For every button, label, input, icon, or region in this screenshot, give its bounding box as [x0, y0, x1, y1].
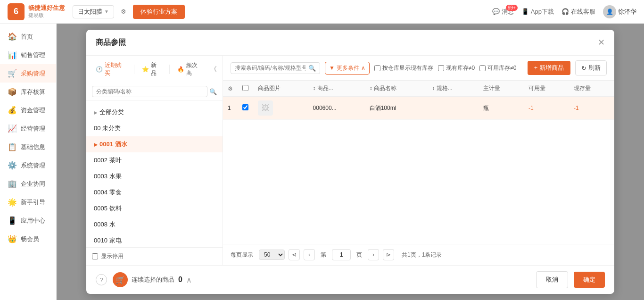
th-checkbox [238, 81, 253, 97]
checkbox-stock-input[interactable] [438, 65, 444, 71]
sidebar-item-system[interactable]: ⚙️ 系统管理 [0, 156, 56, 175]
refresh-button[interactable]: ↻ 刷新 [575, 60, 607, 75]
filter-button[interactable]: ▼ 更多条件 ∧ [325, 62, 370, 75]
cancel-button[interactable]: 取消 [536, 271, 568, 288]
cat-liquor[interactable]: ▶ 0001 酒水 [86, 136, 223, 152]
sidebar-item-home[interactable]: 🏠 首页 [0, 27, 56, 46]
message-icon: 💬 [492, 8, 500, 15]
category-search-input[interactable] [92, 86, 207, 97]
product-search-bar: 🔍 [231, 62, 320, 74]
app-download-button[interactable]: 📱 App下载 [521, 8, 554, 16]
brand-sub: 捷易版 [28, 12, 65, 19]
cat-drinks[interactable]: 0005 饮料 [86, 200, 223, 217]
add-product-button[interactable]: + 新增商品 [528, 61, 570, 75]
tab-recent-label: 近期购买 [105, 61, 126, 77]
confirm-button[interactable]: 确定 [574, 272, 605, 288]
checkbox-available[interactable]: 可用库存≠0 [479, 64, 516, 72]
search-icon[interactable]: 🔍 [308, 65, 316, 72]
sidebar-item-basic[interactable]: 📋 基础信息 [0, 138, 56, 156]
cell-image: 🖼 [253, 97, 308, 120]
phone-icon: 📱 [521, 8, 529, 15]
category-search-icon[interactable]: 🔍 [209, 88, 217, 95]
show-disabled-area: 显示停用 [86, 247, 223, 265]
footer-collapse-button[interactable]: ∧ [186, 275, 192, 284]
checkbox-available-input[interactable] [479, 65, 486, 71]
sidebar-item-apps[interactable]: 📱 应用中心 [0, 211, 56, 230]
sidebar-item-sales[interactable]: 📊 销售管理 [0, 46, 56, 64]
checkbox-warehouse[interactable]: 按仓库显示现有库存 [374, 64, 433, 72]
cat-appliance[interactable]: 0010 家电 [86, 233, 223, 247]
th-name[interactable]: ↕ 商品名称 [365, 81, 428, 97]
cell-spec [427, 97, 479, 120]
product-search-input[interactable] [235, 65, 305, 71]
help-button[interactable]: ? [96, 274, 107, 285]
cat-liquor-label: 0001 酒水 [99, 140, 127, 149]
customer-service-button[interactable]: 🎧 在线客服 [561, 8, 595, 16]
checkbox-stock[interactable]: 现有库存≠0 [438, 64, 475, 72]
sidebar-label-inventory: 库存核算 [21, 88, 45, 96]
cell-checkbox[interactable] [238, 97, 253, 120]
modal-close-button[interactable]: ✕ [598, 37, 605, 48]
cat-water[interactable]: 0008 水 [86, 217, 223, 233]
sidebar-item-finance[interactable]: 💰 资金管理 [0, 101, 56, 119]
category-panel: 🕐 近期购买 ⭐ 新品 🔥 频次高 [86, 56, 223, 265]
sidebar-item-inventory[interactable]: 📦 库存核算 [0, 83, 56, 101]
cat-tea[interactable]: 0002 茶叶 [86, 152, 223, 168]
sales-icon: 📊 [8, 50, 17, 59]
th-settings[interactable]: ⚙ [223, 81, 238, 97]
show-disabled-checkbox[interactable] [92, 253, 98, 259]
cat-uncategorized[interactable]: 00 未分类 [86, 120, 223, 136]
modal-overlay[interactable]: 商品参照 ✕ 🕐 近期购买 [57, 24, 644, 300]
product-modal: 商品参照 ✕ 🕐 近期购买 [86, 30, 614, 294]
sidebar-item-operations[interactable]: 📈 经营管理 [0, 119, 56, 138]
prev-page-button[interactable]: ‹ [304, 249, 315, 260]
cat-snack[interactable]: 0004 零食 [86, 184, 223, 200]
sidebar-item-member[interactable]: 👑 畅会员 [0, 230, 56, 248]
purchase-icon: 🛒 [8, 69, 17, 78]
sidebar-label-operations: 经营管理 [21, 125, 45, 133]
row-checkbox[interactable] [242, 104, 248, 110]
tab-frequent[interactable]: 🔥 频次高 [173, 59, 206, 79]
sidebar-item-purchase[interactable]: 🛒 采购管理 [0, 64, 56, 83]
cat-tea-label: 0002 茶叶 [94, 156, 122, 165]
sidebar-item-guide[interactable]: 🌟 新手引导 [0, 193, 56, 211]
messages-button[interactable]: 💬 消息 99+ [492, 8, 514, 16]
store-selector[interactable]: 日太阳膜 ▼ [73, 5, 114, 18]
sidebar-label-system: 系统管理 [21, 161, 45, 170]
checkbox-warehouse-input[interactable] [374, 65, 380, 71]
panel-collapse-button[interactable]: 《 [210, 65, 217, 74]
arrow-open-icon: ▶ [94, 142, 98, 147]
table-row[interactable]: 1 🖼 000600... 白酒100ml 瓶 [223, 97, 614, 120]
filter-label: 更多条件 [337, 64, 359, 72]
table-header: ⚙ 商品图片 ↕ 商品... ↕ 商品名称 ↕ 规格... 主计量 可用量 现 [223, 81, 614, 97]
user-menu[interactable]: 👤 徐泽华 [603, 5, 636, 18]
tab-divider [134, 65, 134, 74]
tab-frequent-label: 频次高 [186, 61, 203, 77]
chevron-down-icon: ▼ [104, 9, 109, 14]
th-image: 商品图片 [253, 81, 308, 97]
refresh-label: 刷新 [588, 64, 601, 72]
page-label-of: 页 [356, 251, 362, 259]
logo-icon: 6 [8, 3, 25, 20]
page-number-input[interactable] [332, 249, 351, 260]
cart-area: 🛒 连续选择的商品 0 ∧ [113, 272, 530, 287]
last-page-button[interactable]: ⊳ [383, 249, 394, 260]
checkbox-stock-label: 现有库存≠0 [446, 64, 475, 72]
select-all-checkbox[interactable] [242, 85, 248, 91]
per-page-select[interactable]: 50 20 100 [259, 250, 285, 260]
sidebar-item-enterprise[interactable]: 🏢 企业协同 [0, 175, 56, 193]
next-page-button[interactable]: › [368, 249, 379, 260]
tab-recent[interactable]: 🕐 近期购买 [92, 59, 130, 79]
trial-button[interactable]: 体验行业方案 [133, 5, 185, 19]
cell-index: 1 [223, 97, 238, 120]
th-spec[interactable]: ↕ 规格... [427, 81, 479, 97]
th-code[interactable]: ↕ 商品... [308, 81, 365, 97]
cat-fruit[interactable]: 0003 水果 [86, 168, 223, 184]
settings-icon[interactable]: ⚙ [116, 4, 131, 19]
tab-new[interactable]: ⭐ 新品 [138, 59, 165, 79]
sidebar-label-apps: 应用中心 [21, 217, 45, 225]
cat-all[interactable]: ▶ 全部分类 [86, 104, 223, 120]
first-page-button[interactable]: ⊲ [289, 249, 300, 260]
logo: 6 畅捷通好生意 捷易版 [8, 3, 65, 20]
apps-icon: 📱 [8, 216, 17, 225]
